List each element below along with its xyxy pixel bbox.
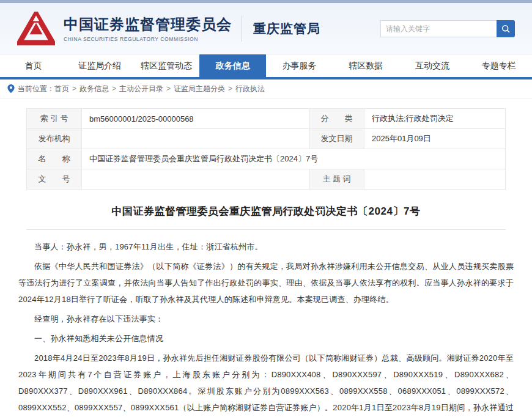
document-body: 当事人：孙永祥，男，1967年11月出生，住址：浙江省杭州市。 依据《中华人民共… [0, 236, 532, 417]
breadcrumb-separator: > [72, 84, 76, 93]
name-value: 中国证券监督管理委员会重庆监管局行政处罚决定书〔2024〕7号 [82, 149, 506, 169]
paragraph-investigation-basis: 依据《中华人民共和国证券法》（以下简称《证券法》）的有关规定，我局对孙永祥涉嫌利… [18, 258, 514, 308]
breadcrumb: 当前位置： 首页 > 政务信息 > 主动公开目录 > 证监局主题分类 > 行政执… [0, 79, 532, 98]
breadcrumb-item-home[interactable]: 首页 [54, 84, 69, 94]
bureau-name: 重庆监管局 [253, 20, 320, 37]
location-pin-icon [7, 84, 15, 93]
paragraph-findings-intro: 经查明，孙永祥存在以下违法事实： [18, 311, 514, 327]
org-name-en: CHINA SECURITIES REGULATORY COMMISSION [64, 36, 232, 42]
nav-item-home[interactable]: 首页 [0, 54, 67, 77]
main-nav: 首页 证监局介绍 辖区监管动态 政务信息 办事服务 辖区数据 互动交流 专题专栏 [0, 54, 532, 77]
table-row: 名 称 中国证券监督管理委员会重庆监管局行政处罚决定书〔2024〕7号 [27, 149, 506, 169]
nav-item-interaction[interactable]: 互动交流 [399, 54, 466, 77]
search-icon [501, 24, 511, 34]
publisher-value [82, 129, 309, 149]
meta-table-section: 索 引 号 bm56000001/2025-00000568 分 类 行政执法;… [0, 98, 532, 190]
breadcrumb-separator: > [112, 84, 116, 93]
table-row: 索 引 号 bm56000001/2025-00000568 分 类 行政执法;… [27, 109, 506, 129]
publisher-label: 发布机构 [27, 129, 82, 149]
breadcrumb-separator: > [166, 84, 171, 93]
issue-date-value: 2025年01月09日 [364, 129, 506, 149]
breadcrumb-item-topic-category[interactable]: 证监局主题分类 [174, 84, 225, 94]
title-divider [26, 229, 506, 230]
breadcrumb-item-open-directory[interactable]: 主动公开目录 [119, 84, 163, 94]
csrc-logo-icon [17, 12, 55, 46]
org-title-block: 中国证券监督管理委员会 CHINA SECURITIES REGULATORY … [64, 15, 232, 42]
document-title: 中国证券监督管理委员会重庆监管局行政处罚决定书〔2024〕7号 [0, 204, 532, 218]
site-header: 中国证券监督管理委员会 CHINA SECURITIES REGULATORY … [0, 3, 532, 54]
breadcrumb-item-enforcement[interactable]: 行政执法 [235, 84, 265, 94]
nav-item-services[interactable]: 办事服务 [266, 54, 333, 77]
index-number-label: 索 引 号 [27, 109, 82, 129]
nav-item-district-data[interactable]: 辖区数据 [333, 54, 399, 77]
paragraph-section-heading: 一、孙永祥知悉相关未公开信息情况 [18, 330, 514, 347]
category-value: 行政执法;行政处罚决定 [364, 109, 506, 129]
org-name: 中国证券监督管理委员会 [64, 15, 232, 34]
search-input[interactable] [380, 20, 497, 37]
nav-item-gov-info[interactable]: 政务信息 [199, 54, 266, 77]
keywords-label: 主 题 词 [309, 169, 364, 190]
name-label: 名 称 [27, 149, 82, 169]
nav-item-special-topics[interactable]: 专题专栏 [465, 54, 532, 77]
breadcrumb-separator: > [228, 84, 232, 93]
issue-date-label: 发文日期 [309, 129, 364, 149]
index-number-value: bm56000001/2025-00000568 [82, 109, 309, 129]
keywords-value [364, 169, 506, 190]
table-row: 发布机构 发文日期 2025年01月09日 [27, 129, 506, 149]
table-row: 文 号 主 题 词 [27, 169, 506, 190]
doc-number-label: 文 号 [27, 169, 82, 190]
breadcrumb-prefix: 当前位置： [18, 84, 54, 94]
nav-item-bureau-intro[interactable]: 证监局介绍 [67, 54, 133, 77]
nav-item-supervision-news[interactable]: 辖区监管动态 [133, 54, 200, 77]
paragraph-facts-detail: 2018年4月24日至2023年8月19日，孙永祥先后担任湘财证券股份有限公司（… [18, 350, 514, 417]
paragraph-party-info: 当事人：孙永祥，男，1967年11月出生，住址：浙江省杭州市。 [18, 238, 514, 255]
document-meta-table: 索 引 号 bm56000001/2025-00000568 分 类 行政执法;… [26, 108, 506, 190]
doc-number-value [82, 169, 309, 190]
header-divider [242, 16, 242, 42]
category-label: 分 类 [309, 109, 364, 129]
breadcrumb-item-gov-info[interactable]: 政务信息 [79, 84, 109, 94]
search-button[interactable] [497, 20, 515, 37]
search-bar [380, 20, 515, 37]
